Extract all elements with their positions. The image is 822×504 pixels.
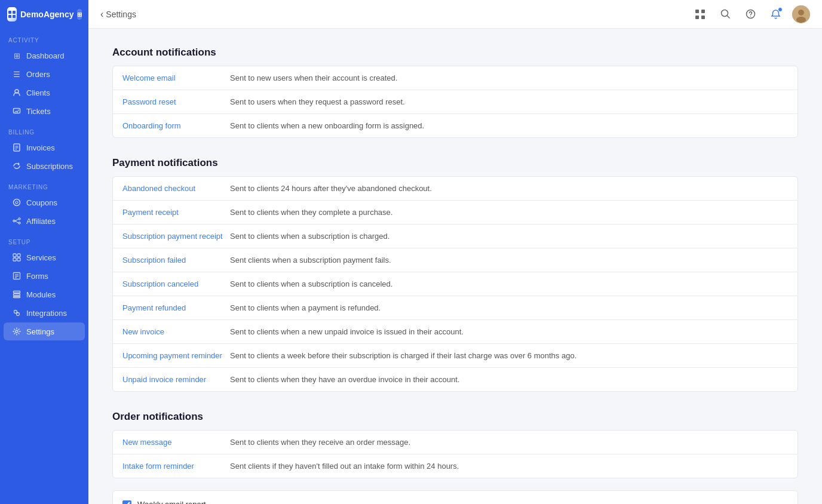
onboarding-form-desc: Sent to clients when a new onboarding fo… (230, 121, 788, 130)
back-arrow-icon: ‹ (100, 9, 103, 20)
subscription-payment-receipt-link[interactable]: Subscription payment receipt (122, 232, 230, 241)
upcoming-payment-reminder-desc: Sent to clients a week before their subs… (230, 351, 788, 360)
sidebar-section-activity: Activity ⊞ Dashboard ☰ Orders Clients Ti… (0, 29, 88, 121)
new-message-desc: Sent to clients when they receive an ord… (230, 438, 788, 447)
sidebar-item-label: Subscriptions (26, 162, 73, 171)
sidebar-item-forms[interactable]: Forms (4, 267, 85, 285)
svg-point-42 (796, 17, 806, 23)
payment-refunded-link[interactable]: Payment refunded (122, 303, 230, 312)
weekly-report-checkbox[interactable] (122, 500, 131, 504)
topbar-icons (692, 5, 810, 23)
sidebar-item-label: Clients (26, 88, 50, 97)
svg-rect-2 (8, 15, 11, 18)
welcome-email-link[interactable]: Welcome email (122, 73, 230, 82)
table-row: Intake form reminder Sent clients if the… (113, 454, 798, 478)
sidebar-item-orders[interactable]: ☰ Orders (4, 65, 85, 83)
weekly-report-label[interactable]: Weekly email report (137, 500, 206, 504)
account-notifications-table: Welcome email Sent to new users when the… (112, 66, 798, 138)
sidebar-item-invoices[interactable]: Invoices (4, 139, 85, 156)
unpaid-invoice-reminder-link[interactable]: Unpaid invoice reminder (122, 375, 230, 384)
sidebar-item-integrations[interactable]: Integrations (4, 304, 85, 322)
sidebar-item-label: Dashboard (26, 51, 65, 60)
subscription-failed-link[interactable]: Subscription failed (122, 256, 230, 265)
intake-form-reminder-link[interactable]: Intake form reminder (122, 462, 230, 471)
sidebar-item-coupons[interactable]: Coupons (4, 193, 85, 211)
svg-rect-25 (14, 291, 20, 293)
order-notifications-table: New message Sent to clients when they re… (112, 430, 798, 478)
sidebar-item-dashboard[interactable]: ⊞ Dashboard (4, 47, 85, 64)
apps-icon[interactable] (692, 6, 708, 23)
svg-rect-18 (17, 254, 20, 257)
affiliates-icon (12, 216, 22, 226)
table-row: New message Sent to clients when they re… (113, 431, 798, 454)
subscriptions-icon (12, 161, 22, 171)
sidebar-section-billing: Billing Invoices Subscriptions (0, 121, 88, 176)
section-label-marketing: Marketing (0, 176, 88, 193)
intake-form-reminder-desc: Sent clients if they haven't filled out … (230, 462, 788, 471)
topbar: ‹ Settings (88, 0, 822, 29)
table-row: Payment refunded Sent to clients when a … (113, 296, 798, 320)
sidebar-item-label: Settings (26, 327, 54, 336)
help-icon[interactable] (742, 6, 759, 23)
payment-receipt-link[interactable]: Payment receipt (122, 208, 230, 217)
onboarding-form-link[interactable]: Onboarding form (122, 121, 230, 130)
subscription-canceled-link[interactable]: Subscription canceled (122, 279, 230, 288)
payment-notifications-section: Payment notifications Abandoned checkout… (112, 157, 798, 392)
sidebar-item-label: Integrations (26, 309, 67, 318)
svg-rect-0 (8, 11, 11, 14)
sidebar-item-label: Services (26, 253, 56, 262)
password-reset-link[interactable]: Password reset (122, 97, 230, 106)
sidebar-item-label: Modules (26, 290, 56, 299)
sidebar-item-affiliates[interactable]: Affiliates (4, 212, 85, 230)
svg-rect-17 (13, 254, 16, 257)
app-logo[interactable]: DemoAgency ⊞ (0, 0, 88, 29)
new-message-link[interactable]: New message (122, 438, 230, 447)
table-row: New invoice Sent to clients when a new u… (113, 320, 798, 344)
sidebar-section-marketing: Marketing Coupons Affiliates (0, 176, 88, 231)
svg-rect-5 (14, 109, 20, 113)
svg-rect-26 (14, 294, 20, 296)
table-row: Upcoming payment reminder Sent to client… (113, 344, 798, 368)
svg-rect-33 (701, 10, 705, 13)
sidebar-item-clients[interactable]: Clients (4, 84, 85, 102)
sidebar-item-label: Orders (26, 70, 50, 79)
back-button[interactable]: ‹ Settings (100, 9, 136, 20)
notification-icon[interactable] (767, 6, 784, 23)
user-avatar[interactable] (792, 5, 810, 23)
sidebar-item-settings[interactable]: Settings (4, 322, 85, 340)
svg-line-15 (15, 219, 19, 221)
app-name: DemoAgency (20, 10, 73, 19)
abandoned-checkout-link[interactable]: Abandoned checkout (122, 184, 230, 193)
svg-rect-35 (701, 16, 705, 19)
sidebar-item-services[interactable]: Services (4, 248, 85, 266)
content-area: Account notifications Welcome email Sent… (88, 29, 822, 504)
invoices-icon (12, 143, 22, 152)
table-row: Welcome email Sent to new users when the… (113, 66, 798, 90)
svg-point-12 (13, 220, 15, 222)
back-label: Settings (106, 10, 136, 19)
table-row: Payment receipt Sent to clients when the… (113, 201, 798, 225)
forms-icon (12, 271, 22, 281)
sidebar-item-label: Affiliates (26, 217, 56, 226)
upcoming-payment-reminder-link[interactable]: Upcoming payment reminder (122, 351, 230, 360)
orders-icon: ☰ (12, 69, 22, 79)
search-icon[interactable] (717, 6, 734, 23)
new-invoice-link[interactable]: New invoice (122, 327, 230, 336)
svg-rect-1 (13, 11, 16, 14)
sidebar-item-subscriptions[interactable]: Subscriptions (4, 157, 85, 175)
table-row: Abandoned checkout Sent to clients 24 ho… (113, 177, 798, 201)
sidebar-section-setup: Setup Services Forms Modules Integration… (0, 231, 88, 341)
sidebar-item-tickets[interactable]: Tickets (4, 102, 85, 120)
coupons-icon (12, 198, 22, 207)
order-notifications-title: Order notifications (112, 411, 798, 423)
sidebar-item-modules[interactable]: Modules (4, 285, 85, 303)
table-row: Subscription payment receipt Sent to cli… (113, 225, 798, 248)
weekly-report-text: Weekly email report A summary of past we… (137, 499, 346, 504)
svg-rect-3 (13, 15, 16, 18)
ext-icon[interactable]: ⊞ (77, 9, 82, 20)
modules-icon (12, 290, 22, 299)
table-row: Unpaid invoice reminder Sent to clients … (113, 368, 798, 391)
table-row: Onboarding form Sent to clients when a n… (113, 114, 798, 137)
notification-badge (778, 7, 783, 12)
clients-icon (12, 88, 22, 97)
